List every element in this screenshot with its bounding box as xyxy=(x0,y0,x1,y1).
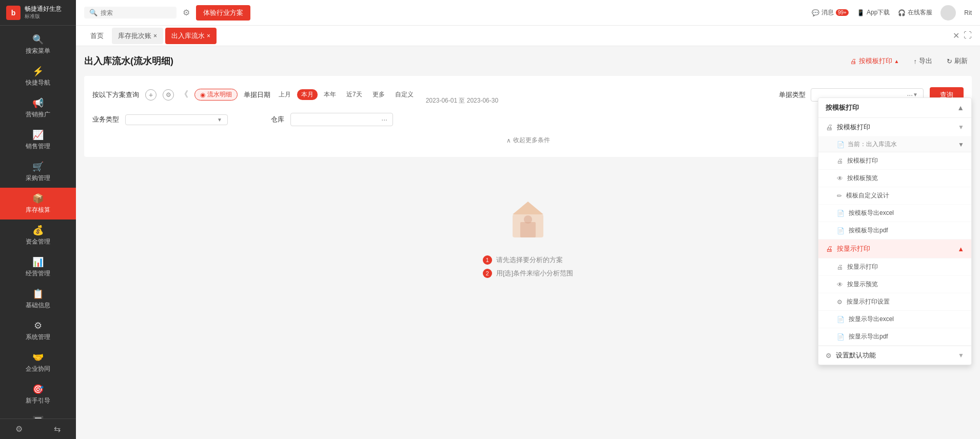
page-title: 出入库流水(流水明细) xyxy=(84,55,173,67)
doc-type-label: 单据类型 xyxy=(779,90,806,99)
headset-icon: 🎧 xyxy=(898,9,906,16)
filter-tag-flow-detail[interactable]: ◉ 流水明细 xyxy=(194,89,238,101)
set-default-footer[interactable]: ⚙ 设置默认功能 ▼ xyxy=(818,346,971,365)
sales-icon: 📈 xyxy=(32,129,44,141)
message-btn[interactable]: 💬 消息 99+ xyxy=(812,8,849,17)
settings-icon[interactable]: ⚙ xyxy=(183,8,190,17)
sidebar-item-search[interactable]: 🔍 搜索菜单 xyxy=(0,29,76,61)
date-opt-current-year[interactable]: 本年 xyxy=(320,89,340,100)
sidebar-item-quick-nav[interactable]: ⚡ 快捷导航 xyxy=(0,61,76,92)
display-print-item[interactable]: 🖨 按显示打印 xyxy=(818,258,971,276)
app-logo: b 畅捷通好生意 标准版 xyxy=(0,0,76,26)
warehouse-more-icon[interactable]: ··· xyxy=(381,115,387,124)
empty-steps: 1 请先选择要分析的方案 2 用[选]条件来缩小分析范围 xyxy=(483,255,573,282)
current-icon: 📄 xyxy=(837,141,845,148)
app-download-btn[interactable]: 📱 App下载 xyxy=(857,8,890,17)
display-print-group-header[interactable]: 🖨 按显示打印 ▲ xyxy=(818,240,971,258)
marketing-icon: 📢 xyxy=(32,97,44,109)
tab-flow-close[interactable]: × xyxy=(207,32,210,39)
template-print-section: 🖨 按模板打印 ▼ 📄 当前：出入库流水 ▼ 🖨 按模板打印 xyxy=(818,118,971,240)
date-opt-custom[interactable]: 自定义 xyxy=(391,89,418,100)
sidebar-item-enterprise[interactable]: 🤝 企业协同 xyxy=(0,347,76,378)
sidebar-item-finance[interactable]: 💰 资金管理 xyxy=(0,220,76,251)
template-print-item[interactable]: 🖨 按模板打印 xyxy=(818,152,971,170)
display-export-excel-item[interactable]: 📄 按显示导出excel xyxy=(818,311,971,328)
sidebar-item-label: 快捷导航 xyxy=(26,78,50,87)
search-box[interactable]: 🔍 xyxy=(84,7,177,18)
sidebar-item-guide[interactable]: 🎯 新手引导 xyxy=(0,378,76,410)
sidebar-item-marketing[interactable]: 📢 营销推广 xyxy=(0,92,76,124)
close-tab-icon[interactable]: ✕ xyxy=(953,31,959,41)
online-service-btn[interactable]: 🎧 在线客服 xyxy=(898,8,932,17)
tab-home[interactable]: 首页 xyxy=(84,28,110,44)
step-1-num: 1 xyxy=(483,255,492,265)
tab-batch-account-close[interactable]: × xyxy=(153,32,157,39)
page-title-bar: 出入库流水(流水明细) 🖨 按模板打印 ▲ ↑ 导出 ↻ 刷新 xyxy=(84,54,972,68)
sidebar-item-label: 采购管理 xyxy=(26,174,50,183)
display-export-pdf-item[interactable]: 📄 按显示导出pdf xyxy=(818,328,971,346)
sidebar-item-label: 营销推广 xyxy=(26,110,50,119)
sidebar-item-sales[interactable]: 📈 销售管理 xyxy=(0,124,76,156)
phone-icon: 📱 xyxy=(857,9,865,16)
sidebar-nav: 🔍 搜索菜单 ⚡ 快捷导航 📢 营销推广 📈 销售管理 🛒 采购管理 📦 库存核… xyxy=(0,26,76,418)
maximize-icon[interactable]: ⛶ xyxy=(964,31,972,41)
tabs-bar: 首页 库存批次账 × 出入库流水 × ✕ ⛶ xyxy=(76,26,980,46)
username[interactable]: Rit xyxy=(964,9,972,16)
printer-sub-icon: 🖨 xyxy=(837,157,843,165)
date-opt-last-month[interactable]: 上月 xyxy=(275,89,295,100)
template-export-excel-item[interactable]: 📄 按模板导出excel xyxy=(818,205,971,222)
date-opt-last-7-days[interactable]: 近7天 xyxy=(342,89,366,100)
date-opt-current-month[interactable]: 本月 xyxy=(297,89,318,100)
step-2-num: 2 xyxy=(483,269,492,278)
template-print-header[interactable]: 🖨 按模板打印 ▼ xyxy=(818,118,971,137)
template-preview-item[interactable]: 👁 按模板预览 xyxy=(818,170,971,187)
template-print-label: 按模板打印 xyxy=(837,123,870,132)
filter-collapse-icon[interactable]: 《 xyxy=(180,89,188,100)
display-print-settings-item[interactable]: ⚙ 按显示打印设置 xyxy=(818,293,971,311)
tabs-right-actions: ✕ ⛶ xyxy=(953,31,972,41)
empty-illustration xyxy=(502,194,554,245)
sidebar-item-label: 搜索菜单 xyxy=(26,47,50,55)
step-1-text: 请先选择要分析的方案 xyxy=(496,255,563,265)
sidebar-item-basic[interactable]: 📋 基础信息 xyxy=(0,283,76,315)
settings-bottom-icon[interactable]: ⚙ xyxy=(15,424,23,434)
operations-icon: 📊 xyxy=(32,256,44,268)
sidebar-item-inventory[interactable]: 📦 库存核算 xyxy=(0,188,76,220)
sidebar-item-system[interactable]: ⚙ 系统管理 xyxy=(0,315,76,347)
sidebar-item-apps[interactable]: 🔲 应用中心 xyxy=(0,410,76,418)
trial-button[interactable]: 体验行业方案 xyxy=(196,5,250,21)
warehouse-input[interactable]: ··· xyxy=(290,113,393,126)
date-opt-more[interactable]: 更多 xyxy=(368,89,389,100)
tab-home-label: 首页 xyxy=(90,31,104,41)
export-icon: ↑ xyxy=(914,57,917,65)
quick-nav-icon: ⚡ xyxy=(32,66,44,77)
filter-settings-button[interactable]: ⚙ xyxy=(163,89,174,101)
printer-section-icon: 🖨 xyxy=(826,123,833,131)
display-preview-item[interactable]: 👁 按显示预览 xyxy=(818,276,971,293)
sidebar-item-operations[interactable]: 📊 经营管理 xyxy=(0,251,76,283)
sidebar-item-label: 系统管理 xyxy=(26,333,50,342)
svg-marker-1 xyxy=(513,202,543,214)
sidebar-item-label: 销售管理 xyxy=(26,142,50,151)
dropdown-up-icon[interactable]: ▲ xyxy=(957,104,964,112)
avatar[interactable] xyxy=(940,5,956,21)
svg-point-3 xyxy=(524,215,532,224)
enterprise-icon: 🤝 xyxy=(32,352,44,363)
sidebar-item-label: 新手引导 xyxy=(26,396,50,405)
filter-add-button[interactable]: + xyxy=(145,89,156,101)
tab-flow[interactable]: 出入库流水 × xyxy=(165,28,217,44)
template-custom-item[interactable]: ✏ 模板自定义设计 xyxy=(818,187,971,205)
warehouse-label: 仓库 xyxy=(271,115,284,124)
biz-type-select[interactable]: ▼ xyxy=(125,114,228,125)
tab-batch-account[interactable]: 库存批次账 × xyxy=(112,28,163,44)
search-icon: 🔍 xyxy=(32,34,44,45)
print-template-button[interactable]: 🖨 按模板打印 ▲ xyxy=(846,54,904,68)
display-pdf-icon: 📄 xyxy=(837,333,845,341)
sidebar-item-purchase[interactable]: 🛒 采购管理 xyxy=(0,156,76,188)
search-input[interactable] xyxy=(101,9,162,16)
refresh-button[interactable]: ↻ 刷新 xyxy=(943,54,972,68)
collapse-sidebar-icon[interactable]: ⇆ xyxy=(54,424,61,434)
export-button[interactable]: ↑ 导出 xyxy=(910,54,937,68)
template-export-pdf-item[interactable]: 📄 按模板导出pdf xyxy=(818,222,971,240)
purchase-icon: 🛒 xyxy=(32,161,44,172)
